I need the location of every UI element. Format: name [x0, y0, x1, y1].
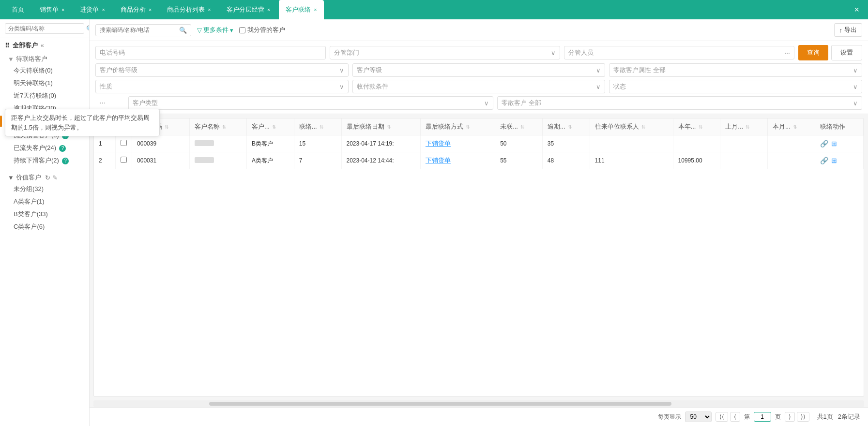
grid-action-icon[interactable]: ⊞ — [831, 157, 837, 164]
search-icon[interactable]: 🔍 — [179, 27, 187, 34]
link-action-icon[interactable]: 🔗 — [820, 140, 828, 147]
search-input[interactable] — [100, 27, 177, 33]
edit-icon[interactable]: ✎ — [52, 174, 58, 181]
sort-icon[interactable]: ⇅ — [165, 124, 168, 130]
sort-icon[interactable]: ⇅ — [793, 124, 797, 130]
sort-icon[interactable]: ⇅ — [568, 124, 572, 130]
ellipsis-icon[interactable]: ··· — [784, 49, 790, 57]
filter-retail-customer[interactable]: 零散客户 全部 ∨ — [497, 96, 862, 110]
query-button[interactable]: 查询 — [798, 45, 828, 60]
row-checkbox[interactable] — [121, 157, 127, 163]
sidebar-all-customers[interactable]: ⠿ 全部客户 « — [0, 38, 89, 53]
row-contact-count: 7 — [294, 152, 341, 169]
sidebar-search-input[interactable] — [5, 23, 84, 34]
scrollbar-thumb[interactable] — [209, 402, 671, 406]
settings-button[interactable]: 设置 — [831, 45, 862, 60]
sort-icon[interactable]: ⇅ — [520, 124, 524, 130]
link-action-icon[interactable]: 🔗 — [820, 157, 828, 164]
close-icon[interactable]: × — [208, 7, 211, 13]
col-customer-type[interactable]: 客户... ⇅ — [247, 118, 294, 135]
col-contacts[interactable]: 往来单位联系人 ⇅ — [590, 118, 673, 135]
sort-icon[interactable]: ⇅ — [222, 124, 226, 130]
first-page-button[interactable]: ⟨⟨ — [716, 412, 728, 422]
ellipsis-icon[interactable]: ··· — [99, 99, 106, 107]
col-this-year[interactable]: 本年... ⇅ — [673, 118, 720, 135]
info-icon[interactable]: ? — [62, 158, 69, 164]
export-button[interactable]: ↑ 导出 — [834, 23, 863, 37]
col-last-contact-method[interactable]: 最后联络方式 ⇅ — [420, 118, 495, 135]
sidebar-item-b-class[interactable]: B类客户(33) — [0, 208, 89, 220]
table-row: 2 000031 A类客户 7 2023-04-12 14:44: 下销货单 — [94, 152, 864, 169]
row-last-method[interactable]: 下销货单 — [420, 152, 495, 169]
current-page-input[interactable] — [754, 412, 771, 422]
row-checkbox[interactable] — [121, 140, 127, 146]
sort-icon[interactable]: ⇅ — [746, 124, 749, 130]
sort-icon[interactable]: ⇅ — [320, 124, 323, 130]
close-icon[interactable]: × — [61, 7, 64, 13]
window-close-button[interactable]: × — [850, 5, 863, 15]
info-icon[interactable]: ? — [59, 145, 66, 152]
row-contacts: 111 — [590, 152, 673, 169]
sort-icon[interactable]: ⇅ — [641, 124, 645, 130]
filter-payment[interactable]: 收付款条件 ∨ — [352, 80, 606, 93]
sidebar-item-a-class[interactable]: A类客户(1) — [0, 195, 89, 208]
nav-tab-purchase[interactable]: 进货单 × — [73, 0, 111, 19]
col-not-contacted[interactable]: 未联... ⇅ — [495, 118, 543, 135]
arrow-down-icon: ▼ — [8, 56, 14, 63]
page-size-select[interactable]: 50 100 200 — [685, 411, 712, 422]
filter-person[interactable]: 分管人员 ··· — [564, 46, 794, 59]
sidebar-search-icon[interactable]: 🔍 — [86, 25, 90, 32]
sidebar-item-already-lost[interactable]: 已流失客户(24) ? — [0, 142, 89, 154]
filter-phone[interactable]: 电话号码 — [95, 46, 326, 59]
nav-tab-sales[interactable]: 销售单 × — [33, 0, 71, 19]
sidebar-item-tomorrow[interactable]: 明天待联络(1) — [0, 77, 89, 89]
col-contact-count[interactable]: 联络... ⇅ — [294, 118, 341, 135]
col-last-contact-date[interactable]: 最后联络日期 ⇅ — [341, 118, 420, 135]
nav-tab-analysis[interactable]: 商品分析 × — [114, 0, 158, 19]
sort-icon[interactable]: ⇅ — [466, 124, 470, 130]
more-conditions-button[interactable]: ▽ 更多条件 ▾ — [197, 26, 233, 34]
last-page-button[interactable]: ⟩⟩ — [797, 412, 809, 422]
sidebar-item-c-class[interactable]: C类客户(6) — [0, 220, 89, 233]
sidebar-item-7days[interactable]: 近7天待联络(0) — [0, 89, 89, 102]
sort-icon[interactable]: ⇅ — [387, 124, 391, 130]
sidebar-item-today[interactable]: 今天待联络(0) — [0, 64, 89, 77]
filter-nature[interactable]: 性质 ∨ — [95, 80, 349, 93]
reload-icon[interactable]: ↻ — [45, 174, 50, 181]
nav-tab-customer-contact[interactable]: 客户联络 × — [279, 0, 323, 19]
col-this-month[interactable]: 本月... ⇅ — [767, 118, 815, 135]
close-icon[interactable]: × — [149, 7, 152, 13]
row-contact-count: 15 — [294, 135, 341, 152]
nav-tab-analysis-list[interactable]: 商品分析列表 × — [160, 0, 217, 19]
sort-icon[interactable]: ⇅ — [272, 124, 276, 130]
nav-tab-customer-segment[interactable]: 客户分层经营 × — [220, 0, 277, 19]
top-nav: 首页 销售单 × 进货单 × 商品分析 × 商品分析列表 × 客户分层经营 × … — [0, 0, 868, 19]
filter-dept[interactable]: 分管部门 ∨ — [330, 46, 560, 59]
table-row: 1 000039 B类客户 15 2023-04-17 14:19: 下销货单 — [94, 135, 864, 152]
close-icon[interactable]: × — [314, 7, 317, 13]
my-customers-checkbox[interactable] — [239, 27, 245, 33]
grid-action-icon[interactable]: ⊞ — [831, 140, 837, 147]
filter-price-level[interactable]: 客户价格等级 ∨ — [95, 63, 349, 77]
filter-retail-attr[interactable]: 零散客户属性 全部 ∨ — [609, 63, 862, 77]
grid-icon: ⠿ — [5, 42, 10, 49]
col-name[interactable]: 客户名称 ⇅ — [189, 118, 247, 135]
horizontal-scrollbar[interactable] — [93, 400, 864, 407]
col-last-month[interactable]: 上月... ⇅ — [720, 118, 768, 135]
close-icon[interactable]: × — [267, 7, 270, 13]
next-page-button[interactable]: ⟩ — [785, 412, 795, 422]
prev-page-button[interactable]: ⟨ — [730, 412, 740, 422]
sort-icon[interactable]: ⇅ — [699, 124, 702, 130]
sidebar-group-pending[interactable]: ▼ 待联络客户 — [0, 53, 89, 64]
filter-customer-type[interactable]: 客户类型 ∨ — [128, 96, 493, 110]
sidebar-item-declining[interactable]: 持续下滑客户(2) ? — [0, 154, 89, 167]
col-overdue[interactable]: 逾期... ⇅ — [542, 118, 590, 135]
collapse-icon[interactable]: « — [41, 42, 44, 49]
sidebar-item-ungrouped[interactable]: 未分组(32) — [0, 183, 89, 195]
filter-customer-level[interactable]: 客户等级 ∨ — [352, 63, 606, 77]
close-icon[interactable]: × — [102, 7, 105, 13]
chevron-down-icon: ∨ — [596, 67, 601, 74]
row-last-method[interactable]: 下销货单 — [420, 135, 495, 152]
nav-tab-home[interactable]: 首页 — [5, 0, 31, 19]
filter-status[interactable]: 状态 ∨ — [609, 80, 862, 93]
